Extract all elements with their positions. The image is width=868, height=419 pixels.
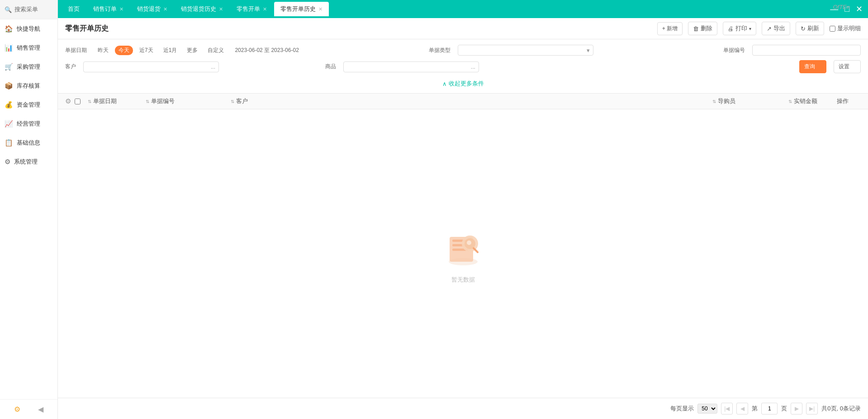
page-prev-btn[interactable]: ◀ <box>736 403 748 414</box>
close-tab-sales-return[interactable]: ✕ <box>163 6 167 12</box>
page-last-btn[interactable]: ▶| <box>806 403 818 414</box>
export-icon: ↗ <box>767 25 772 32</box>
page-title: 零售开单历史 <box>65 24 652 33</box>
tab-retail-open[interactable]: 零售开单 ✕ <box>230 2 273 16</box>
toolbar: 零售开单历史 + 新增 🗑 删除 🖨 打印 ▾ ↗ 导出 ↻ 刷新 显示明细 <box>58 18 868 39</box>
filter-area: 单据日期 昨天 今天 近7天 近1月 更多 自定义 2023-06-02 至 2… <box>58 39 868 94</box>
delete-button[interactable]: 🗑 删除 <box>688 22 717 35</box>
sidebar-item-basic-info[interactable]: 📋 基础信息 <box>0 133 57 152</box>
main-area: 首页 销售订单 ✕ 销货退货 ✕ 销货退货历史 ✕ 零售开单 ✕ 零售开单历史 … <box>58 0 868 419</box>
close-btn[interactable]: ✕ <box>854 2 864 16</box>
settings-bottom-icon[interactable]: ⚙ <box>14 405 20 414</box>
sidebar-item-label: 经营管理 <box>17 120 40 128</box>
date-range-display: 2023-06-02 至 2023-06-02 <box>235 47 299 54</box>
sidebar-item-label: 资金管理 <box>17 101 40 109</box>
customer-input-dots[interactable]: ... <box>211 64 215 70</box>
date-yesterday[interactable]: 昨天 <box>94 46 112 55</box>
per-page-select[interactable]: 50 <box>697 404 717 414</box>
table-settings-icon[interactable]: ⚙ <box>65 97 71 105</box>
sidebar-item-label: 库存核算 <box>17 82 40 90</box>
purchase-icon: 🛒 <box>5 63 13 71</box>
sidebar-item-sys-mgmt[interactable]: ⚙ 系统管理 <box>0 152 57 171</box>
th-date: ⇅ 单据日期 <box>84 97 138 105</box>
sort-icon-customer[interactable]: ⇅ <box>231 99 234 104</box>
tab-sales-return[interactable]: 销货退货 ✕ <box>131 2 174 16</box>
collapse-bar[interactable]: ∧ 收起更多条件 <box>65 78 861 89</box>
display-detail-toggle[interactable]: 显示明细 <box>830 24 861 33</box>
sys-mgmt-icon: ⚙ <box>5 158 10 166</box>
th-number: ⇅ 单据编号 <box>142 97 223 105</box>
doc-type-label: 单据类型 <box>429 47 451 54</box>
sidebar-item-label: 快捷导航 <box>17 25 40 33</box>
inventory-icon: 📦 <box>5 82 13 90</box>
date-last7[interactable]: 近7天 <box>136 46 157 55</box>
sidebar-item-sales-mgmt[interactable]: 📊 销售管理 <box>0 38 57 57</box>
svg-point-8 <box>467 240 471 245</box>
date-today[interactable]: 今天 <box>115 46 133 55</box>
close-tab-sales-return-history[interactable]: ✕ <box>219 6 223 12</box>
delete-icon: 🗑 <box>693 25 699 32</box>
date-custom[interactable]: 自定义 <box>204 46 228 55</box>
often-tag: OfTEn <box>833 4 850 10</box>
filter-row-2: 客户 ... 商品 ... 查询 设置 <box>65 60 861 73</box>
sidebar-search-label: 搜索采单 <box>14 5 38 14</box>
sidebar-item-label: 销售管理 <box>17 44 40 52</box>
doc-num-input[interactable] <box>752 45 861 56</box>
pagination: 每页显示 50 |◀ ◀ 第 页 ▶ ▶| 共0页, 0条记录 <box>58 398 868 419</box>
goods-input-dots[interactable]: ... <box>471 64 475 70</box>
tab-retail-open-history[interactable]: 零售开单历史 ✕ <box>274 2 329 16</box>
table-select-all-checkbox[interactable] <box>75 99 81 104</box>
sidebar-bottom: ⚙ ◀ <box>0 399 57 419</box>
th-customer: ⇅ 客户 <box>227 97 705 105</box>
goods-input-wrap: ... <box>343 61 479 72</box>
filter-row-1: 单据日期 昨天 今天 近7天 近1月 更多 自定义 2023-06-02 至 2… <box>65 45 861 56</box>
sidebar-item-quick-nav[interactable]: 🏠 快捷导航 <box>0 19 57 38</box>
sidebar-item-label: 系统管理 <box>14 158 38 166</box>
sort-icon-amount[interactable]: ⇅ <box>788 99 792 104</box>
close-tab-retail-open[interactable]: ✕ <box>263 6 267 12</box>
search-icon: 🔍 <box>5 6 12 13</box>
refresh-icon: ↻ <box>801 25 806 32</box>
per-page-label: 每页显示 <box>670 405 694 413</box>
doc-type-select[interactable] <box>458 45 593 56</box>
date-last-month[interactable]: 近1月 <box>160 46 181 55</box>
export-button[interactable]: ↗ 导出 <box>762 22 790 35</box>
customer-filter-label: 客户 <box>65 63 76 71</box>
display-detail-checkbox[interactable] <box>830 26 835 32</box>
content-area: ⚙ ⇅ 单据日期 ⇅ 单据编号 ⇅ 客户 ⇅ 导购员 ⇅ 实销金额 <box>58 94 868 419</box>
goods-input[interactable] <box>343 61 479 72</box>
collapse-sidebar-icon[interactable]: ◀ <box>38 405 43 414</box>
date-more[interactable]: 更多 <box>183 46 201 55</box>
settings-query-button[interactable]: 设置 <box>834 60 861 73</box>
tab-home[interactable]: 首页 <box>62 2 86 16</box>
th-salesperson: ⇅ 导购员 <box>709 97 763 105</box>
sidebar-item-label: 基础信息 <box>17 139 40 147</box>
print-button[interactable]: 🖨 打印 ▾ <box>723 22 756 35</box>
sidebar-item-operations[interactable]: 📈 经营管理 <box>0 114 57 133</box>
sort-icon-number[interactable]: ⇅ <box>146 99 149 104</box>
goods-filter-label: 商品 <box>325 63 336 71</box>
date-options: 昨天 今天 近7天 近1月 更多 自定义 <box>94 46 228 55</box>
sort-icon-salesperson[interactable]: ⇅ <box>712 99 716 104</box>
sidebar-search[interactable]: 🔍 搜索采单 <box>0 0 57 19</box>
doc-type-select-wrap <box>458 45 593 56</box>
sales-icon: 📊 <box>5 44 13 52</box>
page-next-btn[interactable]: ▶ <box>791 403 802 414</box>
close-tab-sales-order[interactable]: ✕ <box>119 6 123 12</box>
sidebar-item-finance[interactable]: 💰 资金管理 <box>0 95 57 114</box>
refresh-button[interactable]: ↻ 刷新 <box>796 22 824 35</box>
th-amount: ⇅ 实销金额 <box>767 97 821 105</box>
sidebar-item-purchase-mgmt[interactable]: 🛒 采购管理 <box>0 57 57 76</box>
page-number-input[interactable] <box>761 403 778 414</box>
print-chevron-icon: ▾ <box>749 26 751 31</box>
add-button[interactable]: + 新增 <box>657 22 683 35</box>
customer-input[interactable] <box>83 61 219 72</box>
search-button[interactable]: 查询 <box>799 60 826 73</box>
close-tab-retail-open-history[interactable]: ✕ <box>318 6 323 12</box>
page-first-btn[interactable]: |◀ <box>721 403 733 414</box>
tab-sales-return-history[interactable]: 销货退货历史 ✕ <box>175 2 229 16</box>
sidebar-item-inventory[interactable]: 📦 库存核算 <box>0 76 57 95</box>
tab-sales-order[interactable]: 销售订单 ✕ <box>87 2 130 16</box>
sort-icon-date[interactable]: ⇅ <box>88 99 91 104</box>
date-filter-label: 单据日期 <box>65 47 87 54</box>
